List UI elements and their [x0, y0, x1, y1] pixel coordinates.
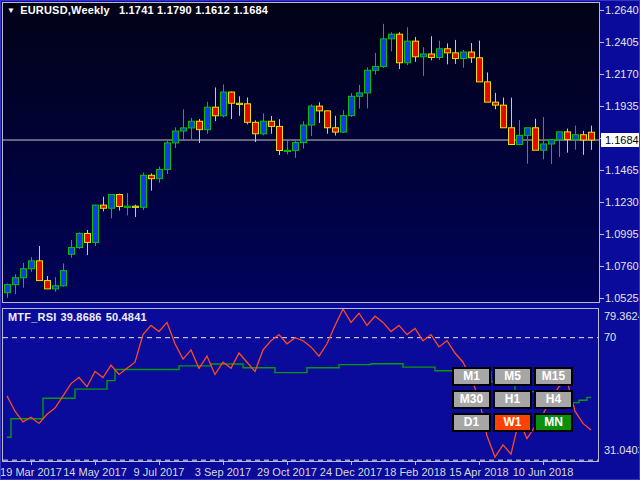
price-axis-label: 1.0760: [605, 260, 639, 273]
time-axis-tick: [351, 461, 352, 465]
candle-body: [61, 271, 67, 286]
candle-body: [493, 102, 499, 105]
candle-body: [197, 121, 203, 129]
candle-body: [285, 150, 291, 151]
candle-body: [461, 52, 467, 59]
candle-body: [501, 105, 507, 128]
candle-body: [477, 58, 483, 82]
time-axis-tick: [223, 461, 224, 465]
candle-body: [525, 128, 531, 136]
candle-body: [141, 175, 147, 207]
candle-body: [37, 261, 43, 281]
time-axis-label: 18 Feb 2018: [384, 466, 446, 478]
candle-body: [261, 121, 267, 134]
candle-body: [389, 34, 395, 39]
timeframe-button-d1[interactable]: D1: [452, 413, 491, 432]
candle-body: [309, 106, 315, 125]
candle-body: [221, 92, 227, 116]
candle-body: [381, 39, 387, 67]
candle-body: [245, 104, 251, 123]
candle-body: [397, 34, 403, 63]
rsi-axis-level-70: 70: [604, 331, 616, 344]
mt4-chart-window: ▼EURUSD,Weekly1.1741 1.1790 1.1612 1.168…: [0, 0, 640, 480]
price-chart-pane: [2, 2, 600, 303]
candle-body: [581, 135, 587, 140]
candle-body: [229, 92, 235, 103]
candle-body: [85, 233, 91, 242]
candle-body: [517, 135, 523, 144]
candle-body: [157, 169, 163, 178]
current-price-label: 1.1684: [601, 133, 640, 147]
candle-body: [21, 269, 27, 278]
timeframe-button-mn[interactable]: MN: [534, 413, 573, 432]
candle-body: [29, 261, 35, 269]
timeframe-button-m15[interactable]: M15: [534, 367, 573, 386]
timeframe-button-w1[interactable]: W1: [493, 413, 532, 432]
candle-body: [133, 206, 139, 207]
timeframe-button-h1[interactable]: H1: [493, 390, 532, 409]
candle-body: [565, 132, 571, 140]
time-axis-tick: [31, 461, 32, 465]
candle-body: [333, 128, 339, 132]
candle-body: [453, 53, 459, 59]
price-axis-tick: [599, 10, 604, 11]
candle-body: [557, 132, 563, 140]
candle-body: [13, 278, 19, 285]
candle-body: [45, 281, 51, 289]
price-axis-tick: [599, 266, 604, 267]
candle-body: [77, 233, 83, 247]
time-axis-label: 10 Jun 2018: [513, 466, 574, 478]
candle-body: [357, 93, 363, 96]
candle-body: [317, 106, 323, 111]
chart-ohlc-values: 1.1741 1.1790 1.1612 1.1684: [119, 4, 268, 16]
price-axis-label: 1.1935: [605, 100, 639, 113]
time-axis-label: 24 Dec 2017: [320, 466, 382, 478]
timeframe-button-h4[interactable]: H4: [534, 390, 573, 409]
chart-title: ▼EURUSD,Weekly1.1741 1.1790 1.1612 1.168…: [7, 4, 268, 16]
time-axis-label: 9 Jul 2017: [134, 466, 185, 478]
candle-body: [405, 41, 411, 63]
time-axis-label: 15 Apr 2018: [449, 466, 508, 478]
chart-symbol-label: EURUSD,Weekly: [20, 4, 110, 16]
rsi-axis-min: 31.0403: [604, 444, 640, 457]
candle-body: [125, 206, 131, 207]
price-axis-tick: [599, 202, 604, 203]
candle-body: [437, 49, 443, 58]
candle-body: [173, 131, 179, 143]
candle-body: [301, 125, 307, 143]
candle-body: [109, 194, 115, 208]
candle-body: [253, 122, 259, 133]
candle-body: [549, 140, 555, 144]
candle-body: [429, 54, 435, 58]
time-axis-tick: [543, 461, 544, 465]
candle-body: [541, 144, 547, 150]
candle-body: [69, 247, 75, 254]
price-axis-label: 1.1230: [605, 196, 639, 209]
price-axis-tick: [599, 106, 604, 107]
candle-body: [117, 194, 123, 206]
price-axis-label: 1.1465: [605, 164, 639, 177]
candle-body: [341, 116, 347, 132]
candle-body: [325, 111, 331, 128]
timeframe-button-m30[interactable]: M30: [452, 390, 491, 409]
candle-body: [181, 128, 187, 131]
candle-body: [469, 52, 475, 58]
time-axis-label: 29 Oct 2017: [257, 466, 317, 478]
price-axis-label: 1.2405: [605, 36, 639, 49]
timeframe-button-m1[interactable]: M1: [452, 367, 491, 386]
candle-body: [213, 107, 219, 116]
rsi-value-1: 39.8686: [60, 311, 101, 323]
candle-body: [149, 175, 155, 178]
time-axis-tick: [287, 461, 288, 465]
candle-body: [189, 121, 195, 128]
timeframe-button-m5[interactable]: M5: [493, 367, 532, 386]
candle-body: [533, 128, 539, 150]
candle-body: [373, 66, 379, 70]
price-axis-label: 1.0525: [605, 292, 639, 305]
candle-body: [509, 128, 515, 145]
price-axis-tick: [599, 170, 604, 171]
price-axis-label: 1.2170: [605, 68, 639, 81]
price-axis-tick: [599, 234, 604, 235]
candle-body: [349, 96, 355, 115]
price-axis-tick: [599, 42, 604, 43]
